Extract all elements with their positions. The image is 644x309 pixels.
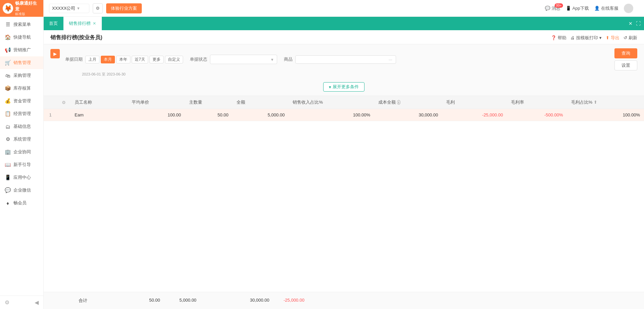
status-filter-group: 单据状态 ▾ (190, 55, 277, 64)
cell-sales-pct-0: 100.00% (289, 109, 374, 121)
sidebar-item-marketing[interactable]: 📢营销推广 (0, 44, 43, 56)
date-btn-more[interactable]: 更多 (149, 56, 164, 63)
sidebar-item-app-center[interactable]: 📱应用中心 (0, 171, 43, 184)
sidebar-item-quick-nav[interactable]: 🏠快捷导航 (0, 31, 43, 44)
sidebar-item-sales[interactable]: 🛒销售管理 (0, 56, 43, 69)
status-select[interactable]: ▾ (210, 55, 277, 64)
sidebar-item-inventory[interactable]: 📦库存核算 (0, 82, 43, 95)
tab-label-sales-rank: 销售排行榜 (69, 20, 91, 27)
message-button[interactable]: 💬 消息 99+ (545, 5, 560, 11)
footer-settings (61, 296, 75, 306)
footer-label: 合计 (75, 296, 115, 306)
sidebar-item-system[interactable]: ⚙系统管理 (0, 133, 43, 146)
cell-rank-0: 1 (44, 109, 57, 121)
footer-sales-pct (206, 296, 246, 306)
close-all-icon[interactable]: ✕ (629, 21, 633, 26)
cell-main-qty-0: 50.00 (185, 109, 232, 121)
inventory-icon: 📦 (5, 85, 11, 91)
status-label: 单据状态 (190, 56, 207, 62)
help-button[interactable]: ❓ 帮助 (551, 35, 566, 41)
date-btn-last-month[interactable]: 上月 (85, 56, 99, 63)
enterprise-icon: 🏢 (5, 149, 11, 155)
sales-icon: 🛒 (5, 60, 11, 66)
help-label: 帮助 (558, 35, 566, 41)
print-button[interactable]: 🖨 按模板打印 ▾ (570, 35, 602, 41)
col-name: 员工名称 (71, 96, 128, 109)
date-btn-custom[interactable]: 自定义 (165, 56, 183, 63)
expand-label: 展开更多条件 (333, 84, 359, 90)
collapse-icon[interactable]: ◀ (35, 299, 39, 306)
status-value (214, 56, 270, 62)
query-button-group: 查询 设置 (614, 48, 637, 70)
export-button[interactable]: ⬆ 导出 (606, 35, 619, 41)
sidebar-item-purchase[interactable]: 🛍采购管理 (0, 69, 43, 82)
col-rank (44, 96, 57, 109)
date-filter-group: 单据日期 上月本月本年近7天更多自定义 (65, 56, 183, 63)
sidebar-item-operations[interactable]: 📋经营管理 (0, 107, 43, 120)
tab-sales-rank[interactable]: 销售排行榜✕ (63, 17, 102, 30)
table-header: ⚙ 员工名称 平均单价 主数量 全额 销售收入占比% 成本全额 i 毛利 毛利率… (44, 96, 644, 109)
quick-nav-icon: 🏠 (5, 34, 11, 40)
sidebar-nav: ☰搜索菜单🏠快捷导航📢营销推广🛒销售管理🛍采购管理📦库存核算💰资金管理📋经营管理… (0, 17, 43, 296)
expand-conditions-button[interactable]: ▾ 展开更多条件 (323, 82, 364, 92)
refresh-button[interactable]: ↺ 刷新 (624, 35, 637, 41)
sidebar-item-finance[interactable]: 💰资金管理 (0, 95, 43, 107)
date-buttons: 上月本月本年近7天更多自定义 (85, 56, 183, 63)
col-sales-pct: 销售收入占比% (289, 96, 374, 109)
trial-button[interactable]: 体验行业方案 (106, 3, 142, 13)
filter-toggle-button[interactable]: ▶ (50, 49, 60, 58)
logo-main: 畅康通好生意 (15, 1, 41, 12)
tab-close-sales-rank[interactable]: ✕ (93, 21, 96, 26)
tab-label-home: 首页 (49, 20, 58, 27)
cell-settings-0 (57, 109, 71, 121)
app-download-button[interactable]: 📱 App下载 (566, 5, 589, 11)
cell-avg-price-0: 100.00 (128, 109, 185, 121)
topbar: XXXXX公司 ▾ ⚙ 体验行业方案 💬 消息 99+ 📱 App下载 👤 在线… (44, 0, 644, 17)
sidebar-label-basic-info: 基础信息 (13, 123, 31, 130)
page-header: 销售排行榜(按业务员) ❓ 帮助 🖨 按模板打印 ▾ ⬆ 导出 (44, 30, 644, 44)
query-button[interactable]: 查询 (614, 48, 637, 58)
logo-sub: 标准版 (15, 12, 41, 16)
settings-button[interactable]: ⚙ (93, 3, 103, 13)
col-gross-pct: 毛利占比% ⬆ (567, 96, 644, 109)
online-service-button[interactable]: 👤 在线客服 (594, 5, 618, 11)
sidebar-label-app-center: 应用中心 (13, 174, 31, 181)
footer-amount: 5,000.00 (175, 296, 206, 306)
sidebar-item-member[interactable]: ♦畅会员 (0, 197, 43, 209)
date-btn-this-month[interactable]: 本月 (101, 56, 115, 63)
tabbar: 首页销售排行榜✕ ✕ ⛶ (44, 17, 644, 30)
date-btn-7days[interactable]: 近7天 (132, 56, 148, 63)
table-body: 1 Eam 100.00 50.00 5,000.00 100.00% 30,0… (44, 109, 644, 121)
goods-more-icon[interactable]: ··· (389, 57, 392, 62)
col-gross: 毛利 (442, 96, 507, 109)
col-cost: 成本全额 i (374, 96, 442, 109)
settings-icon[interactable]: ⚙ (5, 299, 9, 306)
tab-home[interactable]: 首页 (44, 17, 63, 30)
company-selector[interactable]: XXXXX公司 ▾ (49, 4, 89, 13)
filter-settings-button[interactable]: 设置 (614, 60, 637, 70)
sidebar-item-search-order[interactable]: ☰搜索菜单 (0, 18, 43, 31)
basic-info-icon: 🗂 (5, 124, 11, 130)
sidebar-footer: ⚙ ◀ (0, 296, 43, 309)
export-icon: ⬆ (606, 35, 609, 40)
date-btn-this-year[interactable]: 本年 (116, 56, 130, 63)
expand-icon[interactable]: ⛶ (636, 21, 641, 26)
help-icon: ❓ (551, 35, 556, 40)
system-icon: ⚙ (5, 136, 11, 142)
wechat-icon: 💬 (5, 187, 11, 193)
sidebar-item-enterprise[interactable]: 🏢企业协同 (0, 146, 43, 158)
goods-input[interactable]: ··· (295, 55, 396, 64)
sidebar-label-inventory: 库存核算 (13, 85, 31, 91)
footer-gross-rate (313, 296, 343, 306)
col-settings[interactable]: ⚙ (57, 96, 71, 109)
search-order-icon: ☰ (5, 21, 11, 28)
sidebar-item-wechat[interactable]: 💬企业微信 (0, 184, 43, 197)
logo-icon: 🦊 (3, 3, 13, 14)
footer-cost: 30,000.00 (246, 296, 280, 306)
sidebar-item-basic-info[interactable]: 🗂基础信息 (0, 120, 43, 133)
footer-rank (48, 296, 61, 306)
content-area: 销售排行榜(按业务员) ❓ 帮助 🖨 按模板打印 ▾ ⬆ 导出 (44, 30, 644, 309)
sidebar-label-marketing: 营销推广 (13, 47, 31, 53)
avatar[interactable] (624, 4, 633, 13)
sidebar-item-guide[interactable]: 📖新手引导 (0, 158, 43, 171)
